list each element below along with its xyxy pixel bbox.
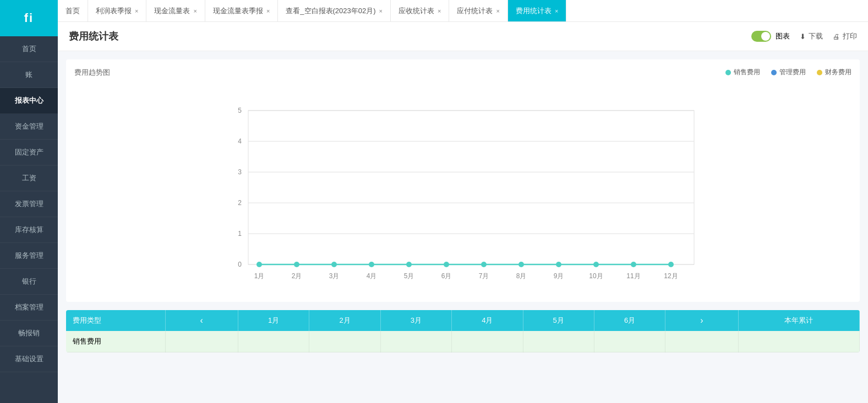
page-header: 费用统计表 图表 ⬇ 下载 🖨 打印 (58, 22, 868, 51)
col-m4: 4月 (452, 310, 523, 331)
col-m2: 2月 (309, 310, 380, 331)
prev-arrow-icon[interactable]: ‹ (196, 316, 208, 325)
legend-dot-finance (817, 70, 822, 75)
col-ytd: 本年累计 (738, 310, 859, 331)
row-expense-type: 销售费用 (66, 331, 165, 352)
close-icon[interactable]: × (555, 8, 558, 14)
tab-cashflow-quarterly-label: 现金流量表季报 (213, 6, 263, 16)
svg-text:10月: 10月 (589, 272, 603, 280)
sidebar-item-invoice-mgmt[interactable]: 发票管理 (0, 191, 58, 217)
row-nav-spacer (165, 331, 238, 352)
legend-sales: 销售费用 (725, 68, 760, 77)
chart-toggle-group: 图表 (751, 31, 790, 42)
svg-point-33 (556, 262, 561, 267)
sidebar-item-home[interactable]: 首页 (0, 36, 58, 62)
row-m5 (523, 331, 594, 352)
close-icon[interactable]: × (193, 8, 196, 14)
close-icon[interactable]: × (379, 8, 383, 14)
sidebar: fi 首页 账 报表中心 资金管理 固定资产 工资 发票管理 库存核算 服务管理… (0, 0, 58, 403)
svg-text:8月: 8月 (516, 272, 527, 280)
chart-svg: 0 1 2 3 4 5 1月 2月 3月 4月 5月 6月 7月 8月 9 (74, 83, 851, 292)
tab-receivable-label: 应收统计表 (398, 6, 434, 16)
svg-text:5月: 5月 (404, 272, 414, 280)
svg-point-29 (406, 262, 412, 267)
col-m1: 1月 (238, 310, 309, 331)
chart-title: 费用趋势图 (74, 68, 110, 78)
col-m6: 6月 (594, 310, 665, 331)
svg-text:1月: 1月 (254, 272, 265, 280)
tab-home[interactable]: 首页 (58, 0, 88, 22)
sidebar-item-fund-mgmt[interactable]: 资金管理 (0, 114, 58, 140)
sidebar-item-bank[interactable]: 银行 (0, 269, 58, 295)
svg-text:0: 0 (238, 261, 242, 268)
tab-cashflow[interactable]: 现金流量表 × (146, 0, 205, 22)
main-area: 首页 利润表季报 × 现金流量表 × 现金流量表季报 × 查看_空白报表(202… (58, 0, 868, 403)
sidebar-item-report-center[interactable]: 报表中心 (0, 88, 58, 114)
data-table-wrapper: 费用类型 ‹ 1月 2月 3月 4月 5月 6月 › (66, 310, 860, 352)
svg-point-26 (294, 262, 299, 267)
svg-point-25 (256, 262, 262, 267)
sidebar-item-salary[interactable]: 工资 (0, 165, 58, 191)
tab-blank-report[interactable]: 查看_空白报表(2023年02月) × (278, 0, 391, 22)
tab-expense[interactable]: 费用统计表 × (508, 0, 566, 22)
svg-text:2: 2 (238, 199, 242, 207)
svg-point-35 (631, 262, 636, 267)
tab-receivable[interactable]: 应收统计表 × (391, 0, 449, 22)
print-button[interactable]: 🖨 打印 (833, 31, 857, 41)
svg-point-32 (518, 262, 524, 267)
col-nav-next[interactable]: › (665, 310, 739, 331)
col-m3: 3月 (380, 310, 451, 331)
sidebar-item-sales-return[interactable]: 畅报销 (0, 321, 58, 346)
tab-profit[interactable]: 利润表季报 × (88, 0, 146, 22)
svg-point-30 (444, 262, 449, 267)
svg-point-28 (369, 262, 374, 267)
svg-point-36 (668, 262, 674, 267)
sidebar-logo: fi (0, 0, 58, 36)
tab-cashflow-quarterly[interactable]: 现金流量表季报 × (205, 0, 278, 22)
row-m1 (238, 331, 309, 352)
svg-text:4: 4 (238, 137, 242, 145)
download-label: 下载 (809, 31, 823, 41)
row-ytd (738, 331, 859, 352)
sidebar-item-archive-mgmt[interactable]: 档案管理 (0, 295, 58, 321)
svg-point-27 (331, 262, 337, 267)
chart-toggle-label: 图表 (776, 31, 790, 41)
col-m5: 5月 (523, 310, 594, 331)
table-row: 销售费用 (66, 331, 860, 352)
svg-text:12月: 12月 (664, 272, 678, 280)
sidebar-item-account[interactable]: 账 (0, 62, 58, 88)
svg-rect-24 (248, 111, 694, 264)
svg-text:3: 3 (238, 168, 242, 176)
sidebar-item-inventory[interactable]: 库存核算 (0, 217, 58, 243)
page-content: 费用统计表 图表 ⬇ 下载 🖨 打印 费用趋势图 (58, 22, 868, 403)
close-icon[interactable]: × (438, 8, 441, 14)
svg-text:3月: 3月 (329, 272, 340, 280)
chart-toggle[interactable] (751, 31, 771, 42)
svg-text:4月: 4月 (367, 272, 377, 280)
svg-text:9月: 9月 (554, 272, 564, 280)
tab-bar: 首页 利润表季报 × 现金流量表 × 现金流量表季报 × 查看_空白报表(202… (58, 0, 868, 22)
close-icon[interactable]: × (496, 8, 499, 14)
close-icon[interactable]: × (135, 8, 138, 14)
legend-mgmt: 管理费用 (771, 68, 806, 77)
col-nav-prev[interactable]: ‹ (165, 310, 238, 331)
tab-profit-label: 利润表季报 (96, 6, 132, 16)
sidebar-item-settings[interactable]: 基础设置 (0, 346, 58, 372)
legend-sales-label: 销售费用 (734, 68, 760, 77)
close-icon[interactable]: × (266, 8, 270, 14)
legend-mgmt-label: 管理费用 (779, 68, 806, 77)
sidebar-item-service-mgmt[interactable]: 服务管理 (0, 243, 58, 269)
next-arrow-icon[interactable]: › (696, 316, 707, 325)
svg-text:1: 1 (238, 230, 242, 238)
tab-payable[interactable]: 应付统计表 × (449, 0, 507, 22)
tab-home-label: 首页 (65, 6, 80, 16)
tab-blank-report-label: 查看_空白报表(2023年02月) (286, 6, 375, 16)
sidebar-item-fixed-assets[interactable]: 固定资产 (0, 140, 58, 165)
row-nav-next-spacer (665, 331, 739, 352)
legend-dot-mgmt (771, 70, 777, 75)
tab-cashflow-label: 现金流量表 (154, 6, 190, 16)
svg-text:6月: 6月 (441, 272, 452, 280)
tab-expense-label: 费用统计表 (516, 6, 552, 16)
download-button[interactable]: ⬇ 下载 (800, 31, 823, 41)
chart-svg-wrapper: 0 1 2 3 4 5 1月 2月 3月 4月 5月 6月 7月 8月 9 (74, 83, 851, 294)
